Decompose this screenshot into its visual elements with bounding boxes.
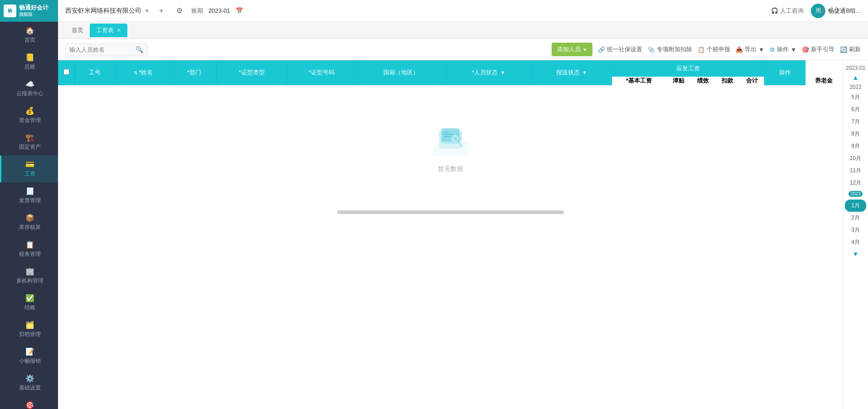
search-input[interactable] [69, 46, 133, 53]
sidebar-item-fixed-assets[interactable]: 🏗️固定资产 [0, 129, 58, 156]
header-left: 西安虾米网络科技有限公司 ▼ + ⚙ 账期 2023-01 📅 [65, 5, 243, 17]
panel-expand-button[interactable]: ⛶ [829, 6, 839, 16]
sidebar-item-label-settings: 基础设置 [19, 384, 41, 392]
sidebar-item-expense[interactable]: 📝小畅报销 [0, 343, 58, 370]
sidebar-item-home[interactable]: 🏠首页 [0, 22, 58, 49]
svg-marker-7 [432, 142, 469, 156]
export-label: 导出 [745, 45, 756, 54]
social-insurance-icon: 🔗 [598, 46, 605, 53]
tax-icon: 📋 [25, 240, 34, 249]
sidebar-item-salary[interactable]: 💳工资 [0, 156, 58, 182]
month-item-4[interactable]: 4月 [843, 236, 868, 248]
month-item-7[interactable]: 7月 [843, 116, 868, 128]
month-item-11[interactable]: 11月 [843, 165, 868, 177]
sidebar-item-ledger[interactable]: 📒总账 [0, 49, 58, 75]
table-header-person-status[interactable]: *人员状态 ▼ [446, 61, 531, 85]
month-item-1[interactable]: 1月 [845, 200, 866, 212]
month-item-2[interactable]: 2月 [843, 212, 868, 224]
toolbar-left: 🔍 [65, 44, 147, 55]
operation-chevron-icon: ▼ [790, 46, 796, 53]
table-header-cert-no: *证型号码 [286, 61, 356, 85]
operation-button[interactable]: ⚙ 操作 ▼ [770, 45, 796, 54]
content-area: 🔍 添加人员 ▼ 🔗 统一社保设置 📎 专项附加扣除 📋 个 [58, 39, 868, 409]
refresh-button[interactable]: 🔄 刷新 [840, 45, 861, 54]
table-header-name: ⇅ *姓名 [115, 61, 171, 85]
sidebar-item-checkout[interactable]: ✅结账 [0, 289, 58, 316]
archive-icon: 🗂️ [25, 321, 34, 329]
period-label: 账期 [191, 7, 203, 15]
add-person-label: 添加人员 [557, 45, 581, 54]
svg-rect-2 [444, 131, 448, 132]
content-body: 工号 ⇅ *姓名 *部门 *证型类型 *证型号码 国籍（地区） *人员状态 ▼ [58, 60, 868, 409]
sidebar-item-inventory[interactable]: 📦库存核算 [0, 209, 58, 236]
panel-up-arrow[interactable]: ▲ [851, 72, 861, 83]
company-name: 西安虾米网络科技有限公司 [65, 7, 141, 15]
export-button[interactable]: 📤 导出 ▼ [736, 45, 764, 54]
sidebar-item-multi-org[interactable]: 🏢多机构管理 [0, 263, 58, 289]
table-header-report-status[interactable]: 报送状态 ▼ [531, 61, 612, 85]
svg-text:?: ? [454, 137, 456, 142]
fixed-assets-icon: 🏗️ [25, 133, 34, 142]
horizontal-scrollbar[interactable] [337, 210, 564, 214]
sidebar-item-archive[interactable]: 🗂️归档管理 [0, 316, 58, 343]
empty-illustration: ? [432, 122, 469, 158]
sidebar-item-label-invoice: 发票管理 [19, 197, 41, 204]
sidebar-item-settings[interactable]: ⚙️基础设置 [0, 370, 58, 396]
month-item-3[interactable]: 3月 [843, 224, 868, 236]
table-header-allowance: 津贴 [666, 77, 691, 85]
company-selector[interactable]: 西安虾米网络科技有限公司 ▼ [65, 7, 150, 15]
invoice-icon: 🧾 [25, 187, 34, 195]
calendar-icon[interactable]: 📅 [236, 7, 243, 14]
filter-status-icon: ▼ [500, 70, 505, 75]
inventory-icon: 📦 [25, 214, 34, 222]
settings-icon[interactable]: ⚙ [173, 5, 186, 17]
social-insurance-button[interactable]: 🔗 统一社保设置 [598, 45, 642, 54]
fund-icon: 💰 [25, 107, 34, 115]
table-container[interactable]: 工号 ⇅ *姓名 *部门 *证型类型 *证型号码 国籍（地区） *人员状态 ▼ [58, 60, 843, 409]
search-box[interactable]: 🔍 [65, 44, 147, 55]
month-item-5[interactable]: 5月 [843, 91, 868, 103]
settings-icon: ⚙️ [25, 374, 34, 383]
tab-home[interactable]: 首页 [65, 24, 90, 37]
special-deduction-button[interactable]: 📎 专项附加扣除 [648, 45, 692, 54]
month-item-12[interactable]: 12月 [843, 177, 868, 189]
sidebar-item-fund[interactable]: 💰资金管理 [0, 102, 58, 129]
table-header-checkbox[interactable] [58, 61, 75, 85]
operation-icon: ⚙ [770, 46, 775, 53]
month-item-9[interactable]: 9月 [843, 140, 868, 152]
month-item-8[interactable]: 8月 [843, 128, 868, 140]
add-company-button[interactable]: + [155, 5, 168, 17]
sidebar-item-tax[interactable]: 📋税务管理 [0, 236, 58, 263]
period-value: 2023-01 [209, 7, 230, 14]
guide-button[interactable]: 🎯 新手引导 [802, 45, 834, 54]
tab-salary-table[interactable]: 工资表 ✕ [90, 24, 127, 37]
sidebar-item-label-fund: 资金管理 [19, 117, 41, 124]
month-item-6[interactable]: 6月 [843, 103, 868, 116]
panel-close-button[interactable]: ✕ [817, 6, 827, 16]
panel-down-arrow[interactable]: ▼ [851, 248, 861, 259]
sidebar-item-cloud-report[interactable]: ☁️云报表中心 [0, 75, 58, 102]
select-all-checkbox[interactable] [63, 69, 69, 75]
tax-report-button[interactable]: 📋 个税申报 [698, 45, 730, 54]
empty-text: 暂无数据 [438, 165, 463, 173]
sidebar-item-label-multi-org: 多机构管理 [16, 277, 44, 285]
add-person-chevron-icon: ▼ [582, 47, 587, 52]
operation-label: 操作 [777, 45, 789, 54]
multi-org-icon: 🏢 [25, 267, 34, 276]
add-person-button[interactable]: 添加人员 ▼ [552, 43, 592, 56]
sidebar-item-guide[interactable]: 🎯新手引导 [0, 396, 58, 409]
scrollbar-area[interactable] [58, 209, 843, 215]
table-header-deduction: 扣款 [715, 77, 740, 85]
service-button[interactable]: 🎧 人工咨询 [771, 7, 804, 15]
toolbar-right: 添加人员 ▼ 🔗 统一社保设置 📎 专项附加扣除 📋 个税申报 📤 [552, 43, 861, 56]
tab-salary-table-label: 工资表 [96, 26, 114, 34]
table-header-basic-wage: *基本工资 [612, 77, 666, 85]
sidebar-item-invoice[interactable]: 🧾发票管理 [0, 182, 58, 209]
export-icon: 📤 [736, 46, 743, 53]
tab-close-icon[interactable]: ✕ [116, 27, 121, 34]
service-label: 人工咨询 [780, 7, 804, 15]
svg-rect-4 [444, 136, 451, 137]
month-item-10[interactable]: 10月 [843, 152, 868, 165]
special-deduction-label: 专项附加扣除 [657, 45, 692, 54]
table-header-total: 合计 [740, 77, 765, 85]
